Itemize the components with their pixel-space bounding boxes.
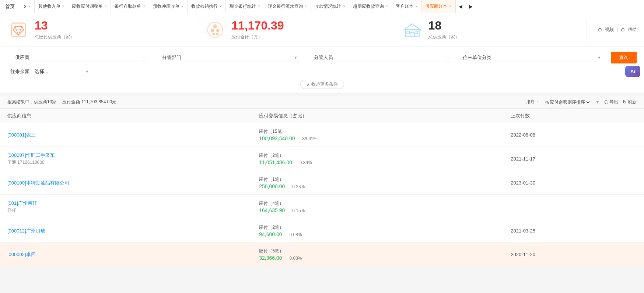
nav-home[interactable]: 首页 [0,0,20,13]
export-link[interactable]: ⬡ 导出 [604,99,618,105]
last-pay-2: 2023-01-30 [511,180,637,186]
close-tab-11-icon[interactable]: × [449,4,451,8]
close-tab-7-icon[interactable]: × [305,4,307,8]
main-table: 供应商信息 应付交易信息（占比） 上次付数 [000001]张三 应付（15笔）… [0,108,644,266]
nav-tab-collection[interactable]: 收款核销执行 × [188,0,226,13]
close-tab-9-icon[interactable]: × [386,4,388,8]
sort-label: 排序： [526,99,539,105]
supplier-sub-3: 仔仔 [7,207,259,214]
supplier-link-0[interactable]: [000001]张三 [7,132,259,138]
sort-select[interactable]: 按应付余额倒序排序 [544,99,591,105]
filter-row-2: 往来余额 选择... ▼ [7,67,637,76]
close-tab-1-icon[interactable]: × [62,4,64,8]
payable-amount-3: 164,635.90 [259,207,285,213]
person-dots-icon[interactable]: ··· [445,55,449,61]
th-supplier: 供应商信息 [7,113,259,119]
nav-tab-prepay[interactable]: 预收冲应收单 × [149,0,188,13]
stat-label-payable-suppliers: 总应付供应商（家） [35,34,74,40]
stats-bar: 13 总应付供应商（家） 11,170.39 应付合计（万） [0,13,644,46]
filter-person-label: 分管人员 [311,54,333,61]
close-tab-10-icon[interactable]: × [415,4,417,8]
circle-question-icon: ⊙ [621,27,625,32]
filter-supplier-label: 供应商 [7,54,29,61]
payable-count-5: 应付（5笔） [259,248,511,254]
supplier-link-3[interactable]: [001]广州荣轩 [7,200,259,207]
stat-payable-total: 11,170.39 应付合计（万） [204,19,390,41]
payable-count-3: 应付（4笔） [259,200,511,207]
table-row: [000100]本特勤油品有限公司 应付（1笔） 258,000.00 0.23… [0,171,644,195]
supplier-dots-icon[interactable]: ··· [141,55,146,61]
refresh-link[interactable]: ↻ 刷新 [623,99,637,105]
payable-count-1: 应付（2笔） [259,152,511,159]
svg-rect-12 [415,31,417,33]
result-supplier-count: 搜索结果中，供应商13家 [7,99,56,105]
payable-pct-2: 0.23% [292,184,305,189]
result-bar: 搜索结果中，供应商13家 应付金额 111,703,854.00元 排序： 按应… [0,96,644,108]
help-link[interactable]: 帮助 [628,27,637,33]
close-tab-6-icon[interactable]: × [258,4,260,8]
supplier-link-2[interactable]: [000100]本特勤油品有限公司 [7,180,259,186]
close-tab-3-icon[interactable]: × [143,4,145,8]
payable-amount-2: 258,000.00 [259,183,285,189]
stat-total-suppliers: 18 总供应商（家） [401,19,587,41]
nav-prev-icon[interactable]: ◀ [455,0,466,13]
nav-tab-customer-book[interactable]: 客户账本 × [392,0,421,13]
video-link[interactable]: 视频 [605,27,614,33]
chevron-sort-icon: ▼ [595,100,600,105]
refresh-icon: ↻ [623,99,627,105]
balance-select[interactable]: 选择... [32,67,91,76]
payable-pct-5: 0.03% [289,256,302,261]
filter-dept: 分管部门 ▼ [159,53,300,62]
nav-tab-collection-stat[interactable]: 收款情况统计 × [311,0,349,13]
svg-rect-10 [410,32,414,37]
supplier-sub-1: 王通 17106110000 [7,159,259,166]
search-button[interactable]: 查询 [611,52,637,63]
close-tab-0-icon[interactable]: × [28,4,31,8]
svg-point-6 [213,32,215,35]
store-icon [401,19,423,41]
payable-amount-5: 32,366.00 [259,255,282,261]
supplier-input[interactable] [32,53,148,62]
nav-tab-cash-stat[interactable]: 现金银行统计 × [226,0,264,13]
supplier-link-1[interactable]: [000007]恒旺二手叉车 [7,152,259,159]
person-input[interactable] [336,53,452,62]
stat-payable-suppliers: 13 总应付供应商（家） [7,19,193,41]
svg-point-3 [213,24,217,28]
export-icon: ⬡ [604,99,608,105]
circle-play-icon: ⊙ [598,27,602,32]
ai-button[interactable]: Ai [625,66,640,77]
help-links: ⊙ 视频 | ⊙ 帮助 [598,27,637,33]
stat-label-payable-total: 应付合计（万） [231,34,284,40]
nav-tab-adjustment[interactable]: 应收应付调整单 × [68,0,111,13]
collapse-button[interactable]: ∧ 收起更多条件 [300,80,344,89]
payable-count-0: 应付（15笔） [259,128,511,135]
filter-person: 分管人员 ··· [311,53,452,62]
close-tab-2-icon[interactable]: × [105,4,107,8]
dept-select[interactable] [184,53,300,62]
nav-tab-overdue[interactable]: 超期应收款查询 × [349,0,392,13]
close-tab-5-icon[interactable]: × [220,4,222,8]
nav-tab-bank-deposit[interactable]: 银行存取款单 × [111,0,149,13]
filter-dept-label: 分管部门 [159,54,181,61]
filter-balance-label: 往来余额 [7,68,29,75]
stat-value-total-suppliers: 18 [428,19,459,32]
stat-label-total-suppliers: 总供应商（家） [428,34,459,40]
filter-balance: 往来余额 选择... ▼ [7,67,637,76]
stat-value-payable-suppliers: 13 [35,19,74,32]
category-select[interactable] [494,53,603,62]
diamond-icon [7,19,29,41]
payable-count-2: 应付（1笔） [259,176,511,183]
table-header: 供应商信息 应付交易信息（占比） 上次付数 [0,108,644,123]
filter-supplier: 供应商 ··· [7,53,148,62]
supplier-link-5[interactable]: [000002]李四 [7,251,259,258]
close-tab-8-icon[interactable]: × [343,4,345,8]
svg-point-4 [211,29,214,32]
nav-next-icon[interactable]: ▶ [466,0,476,13]
nav-tab-other-income[interactable]: 其他收入单 × [35,0,69,13]
close-tab-4-icon[interactable]: × [181,4,183,8]
nav-tab-supplier-book[interactable]: 供应商账本 × [421,0,455,13]
supplier-link-4[interactable]: [000012]广州贝瑞 [7,228,259,234]
result-amount: 应付金额 111,703,854.00元 [62,99,116,105]
nav-tab-3[interactable]: 3 × [20,0,35,13]
nav-tab-cash-flow[interactable]: 现金银行流水查询 × [264,0,311,13]
